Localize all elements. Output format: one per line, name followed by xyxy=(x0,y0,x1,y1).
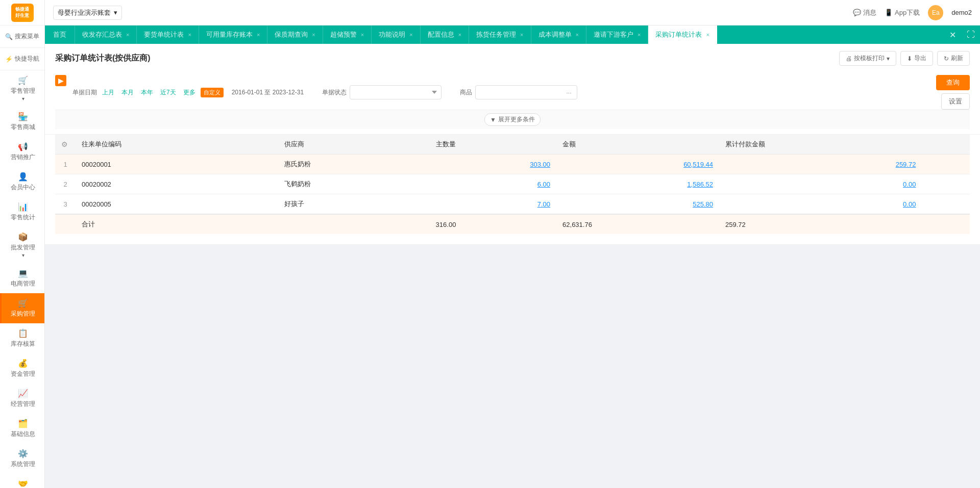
sidebar-item-retail[interactable]: 🛒零售管理▾ xyxy=(0,70,44,107)
print-button[interactable]: 🖨 按模板打印 ▾ xyxy=(839,51,896,66)
date-custom-tag[interactable]: 自定义 xyxy=(201,88,224,97)
td-extra xyxy=(922,194,970,215)
tab-close-function_desc[interactable]: × xyxy=(409,32,412,38)
filter-toggle-button[interactable]: ▶ xyxy=(55,75,66,86)
tab-picking_task[interactable]: 拣货任务管理× xyxy=(469,25,531,44)
td-num: 1 xyxy=(55,155,76,174)
page-header-actions: 🖨 按模板打印 ▾ ⬇ 导出 ↻ 刷新 xyxy=(839,51,970,66)
sidebar-item-wholesale[interactable]: 📦批发管理▾ xyxy=(0,227,44,263)
top-bar-right: 💬 消息 📱 App下载 Ea demo2 xyxy=(853,5,972,20)
refresh-button[interactable]: ↻ 刷新 xyxy=(937,51,970,66)
tab-close-available_inventory[interactable]: × xyxy=(257,32,260,38)
tab-close-purchase_summary[interactable]: × xyxy=(188,32,191,38)
table-row[interactable]: 3 00020005 好孩子 7.00 525.80 0.00 xyxy=(55,194,970,215)
message-icon: 💬 xyxy=(853,9,861,16)
expand-conditions-button[interactable]: ▼ 展开更多条件 xyxy=(484,113,541,126)
logo: 畅捷通好生意 xyxy=(0,0,44,25)
date-shortcut-more[interactable]: 更多 xyxy=(181,87,198,98)
query-button[interactable]: 查询 xyxy=(936,75,970,90)
sidebar-item-marketing[interactable]: 📢营销推广 xyxy=(0,137,44,167)
workspace-selector[interactable]: 母婴行业演示账套 ▾ xyxy=(53,6,122,20)
table-row[interactable]: 2 00020002 飞鹤奶粉 6.00 1,586.52 0.00 xyxy=(55,174,970,194)
td-amount: 1,586.52 xyxy=(556,174,719,194)
tab-available_inventory[interactable]: 可用量库存账本× xyxy=(199,25,267,44)
th-extra xyxy=(922,135,970,155)
export-button[interactable]: ⬇ 导出 xyxy=(900,51,933,66)
page-inner: 采购订单统计表(按供应商) 🖨 按模板打印 ▾ ⬇ 导出 ↻ 刷新 xyxy=(45,44,980,244)
status-filter-group: 单据状态 xyxy=(322,85,442,99)
nav-label-retail: 零售管理 xyxy=(11,87,35,95)
tab-close-all-button[interactable]: ✕ xyxy=(943,25,962,44)
sidebar-item-finance[interactable]: 💰资金管理 xyxy=(0,353,44,383)
goods-input[interactable] xyxy=(475,85,577,99)
nav-icon-member: 👤 xyxy=(18,172,28,182)
sidebar-item-operation[interactable]: 📈经营管理 xyxy=(0,383,44,414)
search-menu-button[interactable]: 🔍 搜索菜单 xyxy=(5,30,39,43)
sidebar-item-system[interactable]: ⚙️系统管理 xyxy=(0,444,44,474)
tab-bar: 首页收发存汇总表×要货单统计表×可用量库存账本×保质期查询×超储预警×功能说明×… xyxy=(45,25,980,44)
date-shortcut-this-month[interactable]: 本月 xyxy=(119,87,136,98)
settings-button[interactable]: 设置 xyxy=(941,93,970,110)
tab-close-picking_task[interactable]: × xyxy=(520,32,523,38)
sidebar-item-retail_stat[interactable]: 📊零售统计 xyxy=(0,197,44,227)
td-amount: 60,519.44 xyxy=(556,155,719,174)
td-num: 3 xyxy=(55,194,76,215)
sidebar-item-enterprise[interactable]: 🤝企业协同 xyxy=(0,474,44,488)
date-shortcut-last-month[interactable]: 上月 xyxy=(100,87,116,98)
tab-close-purchase_order_stat[interactable]: × xyxy=(706,32,709,38)
sidebar-item-basic[interactable]: 🗂️基础信息 xyxy=(0,414,44,444)
tab-purchase_summary[interactable]: 要货单统计表× xyxy=(137,25,199,44)
sidebar-item-purchase[interactable]: 🛒采购管理 xyxy=(0,293,44,323)
date-filter-group: 单据日期 上月 本月 本年 近7天 更多 自定义 xyxy=(72,87,224,98)
footer-amount: 62,631.76 xyxy=(556,214,719,234)
sidebar-item-retail_mall[interactable]: 🏪零售商城 xyxy=(0,107,44,137)
expand-icon: ▼ xyxy=(490,116,496,123)
td-paid-amount: 259.72 xyxy=(719,155,922,174)
footer-label: 合计 xyxy=(76,214,278,234)
sidebar-item-ecommerce[interactable]: 💻电商管理 xyxy=(0,263,44,293)
workspace-label: 母婴行业演示账套 xyxy=(58,8,111,17)
nav-label-basic: 基础信息 xyxy=(11,430,35,439)
sidebar-nav: 🛒零售管理▾🏪零售商城📢营销推广👤会员中心📊零售统计📦批发管理▾💻电商管理🛒采购… xyxy=(0,70,44,488)
print-icon: 🖨 xyxy=(846,55,852,62)
tab-close-receive_summary[interactable]: × xyxy=(126,32,129,38)
tab-close-overstock[interactable]: × xyxy=(361,32,364,38)
tab-receive_summary[interactable]: 收发存汇总表× xyxy=(75,25,137,44)
tab-close-shelf_life[interactable]: × xyxy=(312,32,315,38)
td-extra xyxy=(922,174,970,194)
table-row[interactable]: 1 00020001 惠氏奶粉 303.00 60,519.44 259.72 xyxy=(55,155,970,174)
message-button[interactable]: 💬 消息 xyxy=(853,8,876,17)
th-supplier: 供应商 xyxy=(278,135,429,155)
tab-close-config_info[interactable]: × xyxy=(458,32,461,38)
date-shortcut-this-year[interactable]: 本年 xyxy=(139,87,155,98)
tab-shelf_life[interactable]: 保质期查询× xyxy=(267,25,323,44)
nav-arrow-wholesale: ▾ xyxy=(22,252,24,258)
username-label[interactable]: demo2 xyxy=(951,9,972,16)
tab-purchase_order_stat[interactable]: 采购订单统计表× xyxy=(648,25,717,44)
footer-empty-1 xyxy=(55,214,76,234)
tab-overstock[interactable]: 超储预警× xyxy=(323,25,372,44)
nav-label-marketing: 营销推广 xyxy=(11,153,35,162)
tab-home[interactable]: 首页 xyxy=(45,25,75,44)
sidebar-item-inventory[interactable]: 📋库存核算 xyxy=(0,323,44,353)
tab-close-cost_adjust[interactable]: × xyxy=(576,32,579,38)
main-area: 母婴行业演示账套 ▾ 💬 消息 📱 App下载 Ea demo2 首页收发存汇总… xyxy=(45,0,980,488)
tab-config_info[interactable]: 配置信息× xyxy=(421,25,469,44)
status-select[interactable] xyxy=(350,85,442,99)
column-settings-icon[interactable]: ⚙ xyxy=(61,140,68,148)
td-supplier: 飞鹤奶粉 xyxy=(278,174,429,194)
tab-invite_customer[interactable]: 邀请下游客户× xyxy=(586,25,648,44)
tab-cost_adjust[interactable]: 成本调整单× xyxy=(531,25,586,44)
tab-function_desc[interactable]: 功能说明× xyxy=(372,25,420,44)
tab-close-invite_customer[interactable]: × xyxy=(638,32,641,38)
nav-arrow-retail: ▾ xyxy=(22,96,24,101)
tab-label-picking_task: 拣货任务管理 xyxy=(476,30,516,39)
tab-maximize-button[interactable]: ⛶ xyxy=(962,25,980,44)
app-download-button[interactable]: 📱 App下载 xyxy=(885,8,920,17)
goods-input-more-icon[interactable]: ··· xyxy=(566,89,572,96)
sidebar-item-member[interactable]: 👤会员中心 xyxy=(0,167,44,197)
footer-paid-amount: 259.72 xyxy=(719,214,922,234)
page-content: 采购订单统计表(按供应商) 🖨 按模板打印 ▾ ⬇ 导出 ↻ 刷新 xyxy=(45,44,980,488)
quick-nav-button[interactable]: ⚡ 快捷导航 xyxy=(5,52,39,66)
date-shortcut-7days[interactable]: 近7天 xyxy=(158,87,178,98)
